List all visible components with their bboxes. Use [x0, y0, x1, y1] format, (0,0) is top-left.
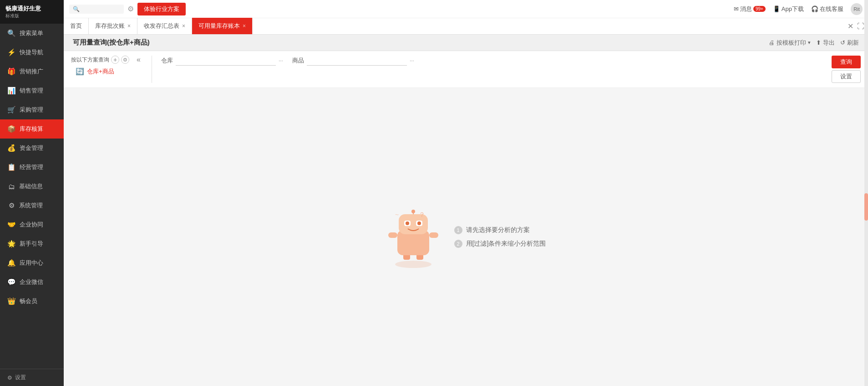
collapse-button[interactable]: «: [135, 56, 142, 64]
product-more-icon[interactable]: ···: [410, 57, 414, 64]
settings-icon[interactable]: ⚙: [127, 5, 134, 13]
filter-area: 按以下方案查询 + ⚙ 🔄 仓库+商品 « 仓库 ··· 商品: [64, 51, 868, 88]
search-icon: 🔍: [7, 29, 16, 37]
sidebar-item-wechat[interactable]: 💬 企业微信: [0, 273, 64, 292]
add-scheme-button[interactable]: +: [111, 56, 119, 64]
sidebar-item-member[interactable]: 👑 畅会员: [0, 292, 64, 311]
scrollbar-thumb[interactable]: [864, 193, 868, 221]
sidebar-item-label: 基础信息: [19, 182, 43, 190]
topbar-search-box[interactable]: 🔍: [69, 5, 124, 14]
customer-service-link[interactable]: 🎧 在线客服: [811, 5, 843, 13]
hint-number-2: 2: [454, 240, 462, 248]
tab-available[interactable]: 可用量库存账本 ×: [192, 18, 253, 34]
notification-area[interactable]: ✉ 消息 99+: [734, 5, 766, 13]
brand-tag: 标准版: [5, 13, 19, 19]
close-icon[interactable]: ×: [127, 23, 131, 29]
sidebar-item-inventory[interactable]: 📦 库存核算: [0, 119, 64, 139]
sidebar-item-newbie[interactable]: 🌟 新手引导: [0, 234, 64, 253]
warehouse-more-icon[interactable]: ···: [279, 57, 283, 64]
sidebar-item-operation[interactable]: 📋 经营管理: [0, 158, 64, 177]
tab-batch[interactable]: 库存批次账 ×: [89, 18, 137, 34]
edit-scheme-button[interactable]: ⚙: [121, 56, 129, 64]
maximize-icon[interactable]: ⛶: [857, 22, 864, 31]
sidebar-item-purchase[interactable]: 🛒 采购管理: [0, 100, 64, 119]
export-icon: ⬆: [816, 39, 821, 46]
sidebar-item-appcenter[interactable]: 🔔 应用中心: [0, 253, 64, 273]
product-input[interactable]: [307, 56, 407, 66]
print-action[interactable]: 🖨 按模板打印 ▾: [769, 39, 811, 47]
sidebar-item-sales[interactable]: 📊 销售管理: [0, 81, 64, 100]
close-icon[interactable]: ×: [182, 23, 185, 29]
topbar-right: ✉ 消息 99+ 📱 App下载 🎧 在线客服 Rit: [734, 3, 863, 15]
sidebar-item-label: 系统管理: [19, 201, 43, 210]
sidebar-item-label: 销售管理: [20, 87, 43, 95]
sidebar-item-label: 搜索菜单: [20, 29, 43, 37]
scrollbar-track: [864, 0, 868, 386]
tab-home[interactable]: 首页: [64, 18, 89, 34]
sidebar-bottom[interactable]: ⚙ 设置: [0, 369, 64, 386]
sidebar-item-label: 资金管理: [20, 144, 43, 152]
sidebar-item-label: 营销推广: [20, 67, 43, 76]
topbar: 🔍 ⚙ 体验行业方案 ✉ 消息 99+ 📱 App下载 🎧 在线客服 Rit: [64, 0, 868, 18]
sidebar-item-finance[interactable]: 💰 资金管理: [0, 139, 64, 158]
sidebar-item-label: 快捷导航: [20, 48, 43, 57]
notification-label: 消息: [740, 5, 752, 13]
sidebar-item-label: 库存核算: [20, 125, 43, 133]
app-download-link[interactable]: 📱 App下载: [773, 5, 804, 13]
svg-rect-4: [388, 232, 397, 238]
mobile-icon: 📱: [773, 5, 780, 12]
tab-summary-label: 收发存汇总表: [144, 22, 179, 30]
sidebar-item-basic[interactable]: 🗂 基础信息: [0, 177, 64, 196]
notification-badge: 99+: [753, 6, 766, 12]
sidebar-item-label: 采购管理: [20, 106, 43, 114]
page-content: 可用量查询(按仓库+商品) 🖨 按模板打印 ▾ ⬆ 导出 ↺ 刷新: [64, 35, 868, 386]
query-button[interactable]: 查询: [832, 56, 861, 68]
export-label: 导出: [823, 39, 835, 47]
sidebar-item-enterprise[interactable]: 🤝 企业协同: [0, 215, 64, 234]
close-icon[interactable]: ×: [243, 23, 246, 29]
sidebar: 畅康通好生意 标准版 🔍 搜索菜单 ⚡ 快捷导航 🎁 营销推广 📊 销售管理 🛒…: [0, 0, 64, 386]
sidebar-item-marketing[interactable]: 🎁 营销推广: [0, 62, 64, 81]
sidebar-item-search[interactable]: 🔍 搜索菜单: [0, 24, 64, 43]
warehouse-input[interactable]: [176, 56, 276, 66]
crown-icon: 👑: [7, 297, 16, 305]
export-action[interactable]: ⬆ 导出: [816, 39, 835, 47]
scheme-item-warehouse-product[interactable]: 🔄 仓库+商品: [71, 66, 119, 77]
warehouse-label: 仓库: [161, 57, 173, 65]
tab-summary[interactable]: 收发存汇总表 ×: [137, 18, 192, 34]
refresh-action[interactable]: ↺ 刷新: [840, 39, 859, 47]
sidebar-item-label: 畅会员: [20, 297, 37, 305]
sidebar-item-shortcut[interactable]: ⚡ 快捷导航: [0, 43, 64, 62]
sidebar-item-label: 新手引导: [20, 240, 43, 248]
filter-fields: 仓库 ··· 商品 ···: [161, 56, 826, 66]
filter-scheme-panel: 按以下方案查询 + ⚙ 🔄 仓库+商品: [71, 56, 129, 77]
filter-actions: 查询 设置: [832, 56, 861, 83]
sidebar-item-system[interactable]: ⚙ 系统管理: [0, 196, 64, 215]
empty-illustration: ? ~: [386, 210, 441, 264]
folder-icon: 🗂: [7, 183, 15, 190]
bell-icon: 🔔: [7, 259, 16, 267]
close-window-icon[interactable]: ✕: [848, 22, 853, 31]
empty-hint-1: 1 请先选择要分析的方案: [454, 226, 546, 234]
hint-text-1: 请先选择要分析的方案: [466, 226, 530, 234]
svg-point-0: [395, 261, 431, 268]
tab-home-label: 首页: [70, 22, 82, 30]
empty-hint-2: 2 用[过滤]条件来缩小分析范围: [454, 240, 546, 248]
sidebar-item-label: 经营管理: [20, 163, 43, 171]
user-avatar[interactable]: Rit: [851, 3, 863, 15]
gift-icon: 🎁: [7, 67, 16, 76]
handshake-icon: 🤝: [7, 221, 16, 229]
clipboard-icon: 📋: [7, 163, 16, 171]
settings-button[interactable]: 设置: [832, 70, 861, 83]
svg-point-9: [406, 221, 409, 225]
industry-solution-button[interactable]: 体验行业方案: [137, 3, 186, 15]
chart-icon: 📊: [7, 87, 16, 95]
sidebar-settings-label: 设置: [15, 374, 26, 381]
svg-text:?: ?: [420, 211, 424, 218]
sidebar-nav: 🔍 搜索菜单 ⚡ 快捷导航 🎁 营销推广 📊 销售管理 🛒 采购管理 📦 库存核…: [0, 24, 64, 369]
filter-scheme-label: 按以下方案查询 + ⚙: [71, 56, 129, 64]
settings-icon: ⚙: [7, 375, 12, 381]
gear-icon: ⚙: [7, 201, 15, 210]
svg-point-10: [417, 221, 421, 225]
sidebar-header: 畅康通好生意 标准版: [0, 0, 64, 24]
